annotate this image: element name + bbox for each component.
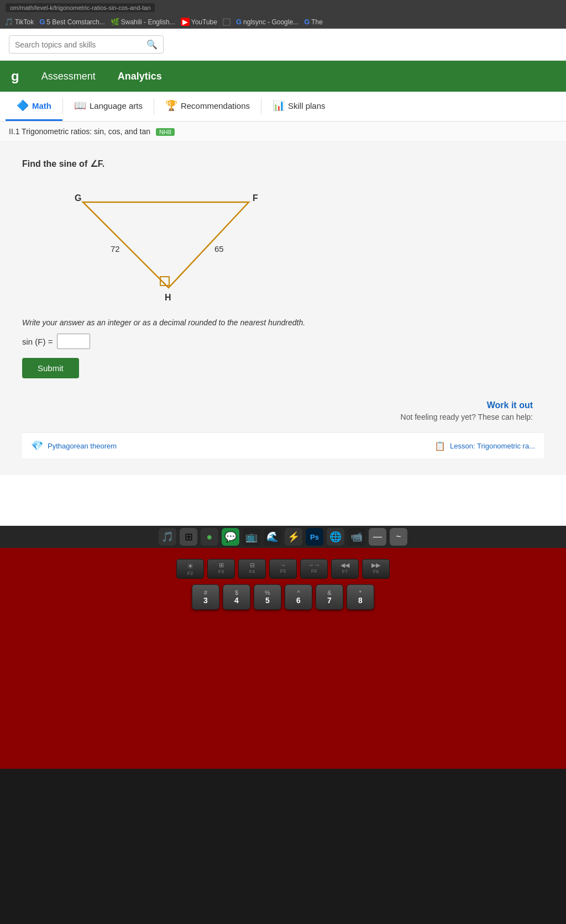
sin-equation: sin (F) = [22, 334, 544, 349]
taskbar-dash[interactable]: — [369, 528, 386, 546]
answer-input[interactable] [57, 334, 90, 349]
vertex-G: G [75, 193, 81, 203]
tab-math-label: Math [32, 101, 51, 110]
search-icon: 🔍 [146, 39, 158, 50]
taskbar-tilde[interactable]: ~ [390, 528, 407, 546]
side-FH-label: 65 [214, 244, 224, 254]
fn-key-row: ☀ F2 ⊞ F3 ⊟ F4 → F5 →→ F6 ◀◀ F7 ▶▶ F8 [6, 559, 560, 579]
answer-instruction: Write your answer as an integer or as a … [22, 318, 544, 327]
taskbar-circle[interactable]: ● [201, 528, 218, 546]
triangle-svg: G F H 72 65 [39, 180, 271, 307]
triangle-diagram: G F H 72 65 [39, 180, 544, 307]
pythagorean-label: Pythagorean theorem [48, 442, 117, 450]
vertex-H: H [165, 293, 171, 302]
answer-area: Write your answer as an integer or as a … [22, 318, 544, 378]
bookmark-the[interactable]: G The [304, 18, 323, 26]
key-7[interactable]: & 7 [316, 584, 343, 610]
number-key-row: # 3 $ 4 % 5 ^ 6 & 7 * 8 [6, 584, 560, 610]
bookmarks-bar: 🎵 TikTok G 5 Best Comstarch... 🌿 Swahili… [0, 15, 566, 29]
fn-key-f5[interactable]: → F5 [269, 559, 297, 579]
work-it-out-title[interactable]: Work it out [22, 400, 533, 410]
vertex-F: F [253, 193, 258, 203]
bookmark-label: The [311, 18, 323, 26]
problem-area: Find the sine of ∠F. G F H 72 65 Write y… [0, 142, 566, 475]
bookmark-tiktok[interactable]: 🎵 TikTok [4, 18, 34, 26]
tab-math[interactable]: 🔷 Math [6, 92, 62, 121]
key-6[interactable]: ^ 6 [285, 584, 312, 610]
language-arts-icon: 📖 [74, 99, 86, 112]
nav-analytics[interactable]: Analytics [107, 63, 173, 90]
bookmark-label: nglsync - Google... [243, 18, 298, 26]
lesson-icon: 📋 [434, 441, 446, 451]
work-it-out-subtitle: Not feeling ready yet? These can help: [22, 413, 533, 421]
help-pythagorean[interactable]: 💎 Pythagorean theorem [31, 440, 117, 452]
bookmark-label: YouTube [191, 18, 217, 26]
submit-button[interactable]: Submit [22, 358, 79, 378]
browser-url-bar: om/math/level-k/trigonometric-ratios-sin… [0, 0, 566, 15]
help-resources: 💎 Pythagorean theorem 📋 Lesson: Trigonom… [22, 432, 544, 458]
fn-key-f7[interactable]: ◀◀ F7 [331, 559, 359, 579]
search-input[interactable] [15, 40, 142, 49]
nav-app-letter: g [9, 61, 30, 92]
taskbar-bolt[interactable]: ⚡ [285, 528, 302, 546]
search-bar: 🔍 [0, 29, 566, 61]
pythagorean-icon: 💎 [31, 440, 43, 452]
search-wrapper[interactable]: 🔍 [9, 35, 164, 54]
tab-language-arts[interactable]: 📖 Language arts [63, 92, 154, 121]
fn-key-f4[interactable]: ⊟ F4 [238, 559, 266, 579]
taskbar-ps[interactable]: Ps [306, 528, 323, 546]
recommendations-icon: 🏆 [165, 99, 177, 112]
fn-key-f6[interactable]: →→ F6 [300, 559, 328, 579]
work-it-out: Work it out Not feeling ready yet? These… [22, 400, 544, 421]
key-8[interactable]: * 8 [347, 584, 374, 610]
nav-header: g Assessment Analytics [0, 61, 566, 92]
taskbar-grid[interactable]: ⊞ [180, 528, 197, 546]
bookmark-square[interactable] [223, 18, 230, 26]
fn-key-f2[interactable]: ☀ F2 [176, 559, 204, 579]
math-icon: 🔷 [17, 99, 29, 112]
svg-marker-0 [83, 202, 249, 288]
keyboard-area: ☀ F2 ⊞ F3 ⊟ F4 → F5 →→ F6 ◀◀ F7 ▶▶ F8 [0, 548, 566, 769]
equation-label: sin (F) = [22, 337, 53, 346]
tab-recommendations[interactable]: 🏆 Recommendations [154, 92, 261, 121]
skill-header: II.1 Trigonometric ratios: sin, cos, and… [0, 122, 566, 142]
key-4[interactable]: $ 4 [223, 584, 250, 610]
tab-language-arts-label: Language arts [90, 101, 143, 110]
taskbar-messages[interactable]: 💬 [222, 528, 239, 546]
bookmark-label: 5 Best Comstarch... [46, 18, 104, 26]
lesson-label: Lesson: Trigonometric ra... [450, 442, 535, 450]
skill-name: Trigonometric ratios: sin, cos, and tan [22, 127, 150, 136]
key-3[interactable]: # 3 [192, 584, 219, 610]
problem-instruction: Find the sine of ∠F. [22, 159, 544, 169]
bookmark-label: TikTok [15, 18, 34, 26]
mac-taskbar: 🎵 ⊞ ● 💬 📺 🌊 ⚡ Ps 🌐 📹 — ~ [0, 526, 566, 548]
subject-tabs: 🔷 Math 📖 Language arts 🏆 Recommendations… [0, 92, 566, 122]
key-5[interactable]: % 5 [254, 584, 281, 610]
fn-key-f8[interactable]: ▶▶ F8 [362, 559, 390, 579]
bookmark-comstarch[interactable]: G 5 Best Comstarch... [39, 18, 105, 26]
taskbar-tv[interactable]: 📺 [243, 528, 260, 546]
tab-recommendations-label: Recommendations [181, 101, 250, 110]
tab-skill-plans[interactable]: 📊 Skill plans [261, 92, 337, 121]
help-lesson[interactable]: 📋 Lesson: Trigonometric ra... [434, 441, 535, 451]
taskbar-browser[interactable]: 🌐 [327, 528, 344, 546]
bookmark-swahili[interactable]: 🌿 Swahili - English... [111, 18, 175, 26]
main-content: 🔍 g Assessment Analytics 🔷 Math 📖 Langua… [0, 29, 566, 526]
taskbar-video[interactable]: 📹 [348, 528, 365, 546]
side-GH-label: 72 [111, 244, 120, 254]
taskbar-wave[interactable]: 🌊 [264, 528, 281, 546]
bookmark-youtube[interactable]: ▶ YouTube [181, 18, 217, 26]
fn-key-f3[interactable]: ⊞ F3 [207, 559, 235, 579]
bookmark-label: Swahili - English... [121, 18, 175, 26]
url-text[interactable]: om/math/level-k/trigonometric-ratios-sin… [6, 3, 155, 12]
skill-badge: NH8 [156, 128, 175, 136]
skill-code: II.1 [9, 127, 19, 136]
tab-skill-plans-label: Skill plans [288, 101, 326, 110]
nav-assessment[interactable]: Assessment [30, 63, 107, 90]
bookmark-nglsync[interactable]: G nglsync - Google... [236, 18, 298, 26]
taskbar-music[interactable]: 🎵 [159, 528, 176, 546]
skill-plans-icon: 📊 [272, 99, 285, 112]
